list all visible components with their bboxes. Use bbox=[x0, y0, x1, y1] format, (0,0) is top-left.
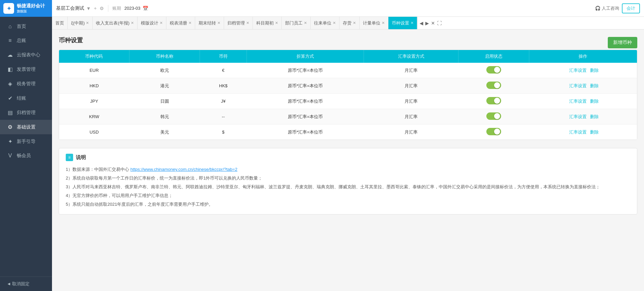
rate-setting-link[interactable]: 汇率设置 bbox=[569, 68, 587, 73]
col-calc: 折算方式 bbox=[247, 50, 364, 63]
sidebar-pin-toggle[interactable]: ◄ 取消固定 bbox=[0, 277, 52, 291]
col-status: 启用状态 bbox=[458, 50, 529, 63]
calendar-icon[interactable]: 📅 bbox=[143, 6, 148, 11]
cell-rate-type: 月汇率 bbox=[364, 94, 459, 109]
tab-template[interactable]: 模版设计 ✕ bbox=[138, 17, 166, 29]
tab-annual-close[interactable]: ✕ bbox=[131, 21, 134, 25]
tab-unit[interactable]: 计量单位 ✕ bbox=[360, 17, 388, 29]
new-currency-button[interactable]: 新增币种 bbox=[608, 37, 637, 48]
rate-setting-link[interactable]: 汇率设置 bbox=[569, 130, 587, 135]
tab-subject-close[interactable]: ✕ bbox=[275, 21, 278, 25]
account-button[interactable]: 会计 bbox=[622, 3, 640, 13]
service-button[interactable]: 🎧 人工咨询 bbox=[595, 5, 619, 11]
tab-closing[interactable]: 期末结转 ✕ bbox=[195, 17, 224, 29]
delete-link[interactable]: 删除 bbox=[590, 99, 599, 104]
home-icon: ⌂ bbox=[7, 23, 13, 30]
tab-contacts[interactable]: 往来单位 ✕ bbox=[311, 17, 339, 29]
notes-item: 1）数据来源：中国外汇交易中心 https://www.chinamoney.c… bbox=[66, 165, 630, 174]
guide-icon: ✦ bbox=[7, 138, 13, 145]
tab-closing-close[interactable]: ✕ bbox=[217, 21, 220, 25]
cell-rate-type: 月汇率 bbox=[364, 63, 459, 78]
cell-rate-type: 月汇率 bbox=[364, 78, 459, 94]
tab-prev-icon[interactable]: ◀ bbox=[419, 20, 424, 27]
status-toggle[interactable] bbox=[486, 66, 501, 74]
sidebar-label-guide: 新手引导 bbox=[17, 139, 36, 145]
tab-archive[interactable]: 归档管理 ✕ bbox=[224, 17, 253, 29]
tab-dept-close[interactable]: ✕ bbox=[304, 21, 307, 25]
tab-inventory-close[interactable]: ✕ bbox=[353, 21, 356, 25]
external-link[interactable]: https://www.chinamoney.com.cn/chinese/bk… bbox=[130, 167, 237, 172]
sidebar-nav: ⌂ 首页 ≡ 总账 ☁ 云报表中心 ◧ 发票管理 ◈ 税务管理 ✔ 结账 ▤ 归… bbox=[0, 17, 52, 277]
tab-inventory[interactable]: 存货 ✕ bbox=[339, 17, 360, 29]
delete-link[interactable]: 删除 bbox=[590, 68, 599, 73]
sidebar-item-settings[interactable]: ⚙ 基础设置 bbox=[0, 120, 52, 134]
settings-gear-icon[interactable]: ⚙ bbox=[100, 6, 104, 11]
add-icon[interactable]: ＋ bbox=[93, 5, 98, 11]
app-logo: ✦ 畅捷通好会计 旗舰版 bbox=[0, 0, 52, 17]
col-symbol: 币符 bbox=[200, 50, 247, 63]
tab-template-label: 模版设计 bbox=[141, 20, 158, 26]
tab-contacts-close[interactable]: ✕ bbox=[333, 21, 336, 25]
sidebar-item-invoice[interactable]: ◧ 发票管理 bbox=[0, 62, 52, 77]
rate-setting-link[interactable]: 汇率设置 bbox=[569, 114, 587, 119]
status-toggle[interactable] bbox=[486, 112, 501, 120]
status-toggle[interactable] bbox=[486, 97, 501, 104]
sidebar-item-member[interactable]: V 畅会员 bbox=[0, 149, 52, 163]
tab-taxlist-close[interactable]: ✕ bbox=[189, 21, 192, 25]
rate-setting-link[interactable]: 汇率设置 bbox=[569, 83, 587, 88]
status-toggle[interactable] bbox=[486, 128, 501, 135]
headset-icon: 🎧 bbox=[595, 6, 600, 11]
company-dropdown-icon[interactable]: ▼ bbox=[86, 6, 91, 11]
sidebar-item-guide[interactable]: ✦ 新手引导 bbox=[0, 134, 52, 149]
tab-currency[interactable]: 币种设置 ✕ bbox=[388, 17, 417, 29]
sidebar-item-ledger[interactable]: ≡ 总账 bbox=[0, 34, 52, 48]
topbar-divider bbox=[108, 5, 108, 12]
cell-code: KRW bbox=[59, 109, 129, 125]
delete-link[interactable]: 删除 bbox=[590, 114, 599, 119]
tab-unit-close[interactable]: ✕ bbox=[382, 21, 385, 25]
status-toggle[interactable] bbox=[486, 82, 501, 89]
period-value: 2023-03 bbox=[124, 6, 141, 11]
delete-link[interactable]: 删除 bbox=[590, 130, 599, 135]
cell-rate-type: 月汇率 bbox=[364, 109, 459, 125]
sidebar-label-archive: 归档管理 bbox=[17, 110, 36, 116]
tab-annual[interactable]: 收入支出表(年报) ✕ bbox=[93, 17, 138, 29]
tab-dept[interactable]: 部门员工 ✕ bbox=[282, 17, 311, 29]
cell-calc: 原币*汇率=本位币 bbox=[247, 94, 364, 109]
tab-subject[interactable]: 科目期初 ✕ bbox=[253, 17, 282, 29]
col-rate-type: 汇率设置方式 bbox=[364, 50, 459, 63]
page-title: 币种设置 bbox=[59, 36, 637, 44]
tab-taxlist[interactable]: 税表清册 ✕ bbox=[166, 17, 195, 29]
tab-expand-icon[interactable]: ⛶ bbox=[436, 20, 442, 27]
sidebar-item-home[interactable]: ⌂ 首页 bbox=[0, 19, 52, 34]
table-header-row: 币种代码 币种名称 币符 折算方式 汇率设置方式 启用状态 操作 bbox=[59, 50, 637, 63]
sidebar-item-tax[interactable]: ◈ 税务管理 bbox=[0, 77, 52, 91]
sidebar-label-ledger: 总账 bbox=[17, 38, 26, 44]
tab-archive-close[interactable]: ✕ bbox=[246, 21, 249, 25]
cell-action: 汇率设置 删除 bbox=[529, 125, 637, 140]
sidebar: ✦ 畅捷通好会计 旗舰版 ⌂ 首页 ≡ 总账 ☁ 云报表中心 ◧ 发票管理 ◈ … bbox=[0, 0, 52, 291]
cell-code: HKD bbox=[59, 78, 129, 94]
tab-template-close[interactable]: ✕ bbox=[160, 21, 163, 25]
toggle-track bbox=[486, 66, 501, 74]
sidebar-item-archive[interactable]: ▤ 归档管理 bbox=[0, 105, 52, 120]
tab-home[interactable]: 首页 bbox=[52, 17, 68, 29]
cell-symbol: J¥ bbox=[200, 94, 247, 109]
tab-close-all-icon[interactable]: ✕ bbox=[430, 20, 436, 27]
cell-name: 港元 bbox=[129, 78, 200, 94]
sidebar-item-report[interactable]: ☁ 云报表中心 bbox=[0, 48, 52, 62]
delete-link[interactable]: 删除 bbox=[590, 83, 599, 88]
table-row: KRW 韩元 -- 原币*汇率=本位币 月汇率 汇率设置 删除 bbox=[59, 109, 637, 125]
rate-setting-link[interactable]: 汇率设置 bbox=[569, 99, 587, 104]
tab-mid[interactable]: ξ(中期) ✕ bbox=[68, 17, 93, 29]
cell-action: 汇率设置 删除 bbox=[529, 63, 637, 78]
table-row: HKD 港元 HK$ 原币*汇率=本位币 月汇率 汇率设置 删除 bbox=[59, 78, 637, 94]
toggle-thumb bbox=[494, 129, 500, 135]
tab-next-icon[interactable]: ▶ bbox=[425, 20, 430, 27]
toggle-track bbox=[486, 97, 501, 104]
tab-currency-close[interactable]: ✕ bbox=[411, 21, 414, 25]
cell-symbol: € bbox=[200, 63, 247, 78]
sidebar-item-checkout[interactable]: ✔ 结账 bbox=[0, 91, 52, 105]
toggle-thumb bbox=[494, 82, 500, 88]
tab-mid-close[interactable]: ✕ bbox=[86, 21, 89, 25]
